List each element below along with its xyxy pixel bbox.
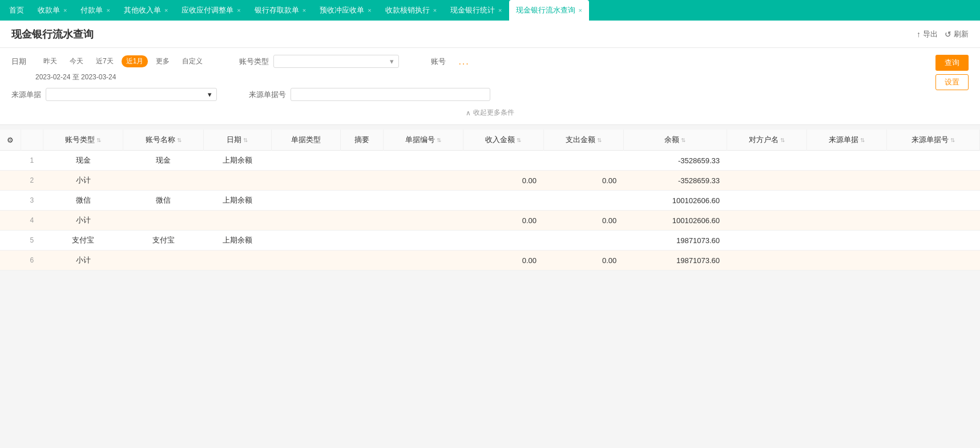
close-cash-bank-flow-icon[interactable]: × — [579, 7, 582, 14]
date-opt-7days[interactable]: 近7天 — [91, 55, 118, 67]
account-type-select[interactable]: ▾ — [273, 55, 399, 68]
row-account-name-cell: 现金 — [123, 151, 203, 171]
source-doc-num-label: 来源单据号 — [249, 90, 286, 100]
sort-account-type-icon: ⇅ — [96, 137, 101, 143]
refresh-button[interactable]: ↺ 刷新 — [945, 29, 969, 39]
row-account-name-cell: 微信 — [123, 191, 203, 211]
col-settings[interactable]: ⚙ — [0, 130, 21, 151]
row-counterpart-cell — [727, 191, 806, 211]
close-collection-exec-icon[interactable]: × — [433, 7, 437, 14]
table-gear-icon[interactable]: ⚙ — [7, 136, 14, 144]
export-button[interactable]: ↑ 导出 — [917, 29, 938, 39]
export-icon: ↑ — [917, 30, 921, 39]
row-source-doc-cell — [806, 251, 886, 271]
nav-item-payment[interactable]: 付款单 × — [74, 0, 116, 21]
col-summary[interactable]: 摘要 — [340, 130, 383, 151]
source-doc-filter-group: 来源单据 ▾ — [11, 88, 217, 101]
row-source-doc-num-cell — [886, 211, 979, 231]
query-button[interactable]: 查询 — [935, 55, 969, 71]
row-expense-cell — [543, 231, 623, 251]
table-row[interactable]: 5支付宝支付宝上期余额19871073.60 — [0, 231, 980, 251]
col-income[interactable]: 收入金额⇅ — [463, 130, 543, 151]
row-income-cell — [463, 231, 543, 251]
col-account-name[interactable]: 账号名称⇅ — [123, 130, 203, 151]
nav-item-receipt[interactable]: 收款单 × — [31, 0, 74, 21]
row-balance-cell: -3528659.33 — [623, 151, 727, 171]
date-opt-1month[interactable]: 近1月 — [122, 55, 148, 67]
row-num-cell: 6 — [21, 251, 43, 271]
close-ar-ap-adjust-icon[interactable]: × — [237, 7, 240, 14]
filter-row-2: 来源单据 ▾ 来源单据号 — [11, 88, 926, 101]
nav-item-bank-deposit[interactable]: 银行存取款单 × — [248, 0, 313, 21]
source-doc-num-input[interactable] — [291, 88, 490, 101]
filter-row-1: 日期 昨天 今天 近7天 近1月 更多 自定义 账号类型 ▾ — [11, 55, 926, 68]
row-income-cell: 0.00 — [463, 211, 543, 231]
col-expense[interactable]: 支出金额⇅ — [543, 130, 623, 151]
col-source-doc[interactable]: 来源单据⇅ — [806, 130, 886, 151]
row-income-cell — [463, 151, 543, 171]
source-doc-chevron-icon: ▾ — [208, 90, 212, 99]
close-other-income-icon[interactable]: × — [164, 7, 168, 14]
col-doc-type[interactable]: 单据类型 — [271, 130, 340, 151]
col-date[interactable]: 日期⇅ — [203, 130, 271, 151]
date-opt-custom[interactable]: 自定义 — [178, 55, 207, 67]
row-doc-type-cell — [271, 231, 340, 251]
nav-item-prepay-flush[interactable]: 预收冲应收单 × — [313, 0, 378, 21]
table-row[interactable]: 6小计0.000.0019871073.60 — [0, 251, 980, 271]
date-opt-more[interactable]: 更多 — [151, 55, 174, 67]
date-opt-today[interactable]: 今天 — [65, 55, 88, 67]
filter-area: 日期 昨天 今天 近7天 近1月 更多 自定义 账号类型 ▾ — [0, 48, 980, 125]
row-settings-cell — [0, 171, 21, 191]
row-doc-type-cell — [271, 171, 340, 191]
source-doc-select[interactable]: ▾ — [46, 88, 217, 101]
close-prepay-flush-icon[interactable]: × — [368, 7, 371, 14]
sort-income-icon: ⇅ — [517, 137, 521, 143]
row-doc-type-cell — [271, 151, 340, 171]
row-account-name-cell — [123, 251, 203, 271]
right-buttons: 查询 设置 — [935, 55, 969, 90]
row-source-doc-cell — [806, 171, 886, 191]
table-row[interactable]: 4小计0.000.00100102606.60 — [0, 211, 980, 231]
account-type-label: 账号类型 — [239, 56, 269, 67]
col-doc-num[interactable]: 单据编号⇅ — [384, 130, 463, 151]
table-row[interactable]: 2小计0.000.00-3528659.33 — [0, 171, 980, 191]
row-income-cell — [463, 191, 543, 211]
nav-item-cash-bank-stat[interactable]: 现金银行统计 × — [443, 0, 509, 21]
nav-item-cash-bank-flow[interactable]: 现金银行流水查询 × — [509, 0, 589, 21]
refresh-icon: ↺ — [945, 30, 951, 39]
nav-item-home[interactable]: 首页 — [2, 0, 31, 21]
collapse-icon: ∧ — [466, 109, 471, 117]
row-num-cell: 1 — [21, 151, 43, 171]
header-bar: 现金银行流水查询 ↑ 导出 ↺ 刷新 — [0, 21, 980, 48]
close-bank-deposit-icon[interactable]: × — [303, 7, 306, 14]
row-summary-cell — [340, 171, 383, 191]
col-balance[interactable]: 余额⇅ — [623, 130, 727, 151]
row-balance-cell: 19871073.60 — [623, 231, 727, 251]
row-source-doc-cell — [806, 211, 886, 231]
account-filter-group: 账号 ... — [431, 56, 469, 67]
row-date-cell: 上期余额 — [203, 191, 271, 211]
row-settings-cell — [0, 251, 21, 271]
col-account-type[interactable]: 账号类型⇅ — [43, 130, 123, 151]
row-date-cell — [203, 171, 271, 191]
row-account-type-cell: 小计 — [43, 171, 123, 191]
nav-item-other-income[interactable]: 其他收入单 × — [117, 0, 175, 21]
row-source-doc-num-cell — [886, 231, 979, 251]
col-source-doc-num[interactable]: 来源单据号⇅ — [886, 130, 979, 151]
close-cash-bank-stat-icon[interactable]: × — [498, 7, 502, 14]
nav-item-ar-ap-adjust[interactable]: 应收应付调整单 × — [175, 0, 247, 21]
table-row[interactable]: 3微信微信上期余额100102606.60 — [0, 191, 980, 211]
row-doc-num-cell — [384, 191, 463, 211]
table-container: ⚙ 账号类型⇅ 账号名称⇅ 日期⇅ 单据类型 摘要 — [0, 130, 980, 271]
date-opt-yesterday[interactable]: 昨天 — [39, 55, 62, 67]
nav-item-collection-exec[interactable]: 收款核销执行 × — [378, 0, 443, 21]
close-receipt-icon[interactable]: × — [63, 7, 67, 14]
settings-button[interactable]: 设置 — [935, 74, 969, 90]
account-dots-button[interactable]: ... — [458, 56, 469, 67]
row-income-cell: 0.00 — [463, 251, 543, 271]
close-payment-icon[interactable]: × — [106, 7, 110, 14]
table-row[interactable]: 1现金现金上期余额-3528659.33 — [0, 151, 980, 171]
table-header-row: ⚙ 账号类型⇅ 账号名称⇅ 日期⇅ 单据类型 摘要 — [0, 130, 980, 151]
collapse-button[interactable]: ∧ 收起更多条件 — [466, 108, 514, 118]
col-counterpart[interactable]: 对方户名⇅ — [727, 130, 806, 151]
